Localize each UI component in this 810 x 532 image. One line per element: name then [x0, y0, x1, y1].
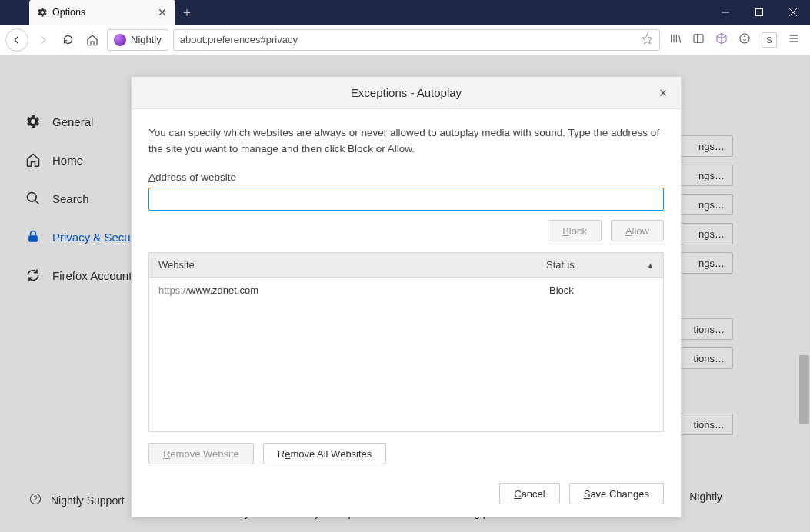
col-status[interactable]: Status ▲ [540, 259, 663, 271]
profile-button[interactable]: S [762, 32, 777, 48]
category-label: Search [52, 192, 89, 205]
svg-rect-13 [28, 235, 38, 241]
sync-icon [25, 267, 42, 284]
gear-icon [25, 113, 42, 130]
window-close-button[interactable] [776, 0, 810, 25]
support-label: Nightly Support [51, 494, 125, 507]
titlebar: Options ✕ ＋ [0, 0, 810, 25]
svg-point-11 [28, 193, 37, 202]
category-label: General [52, 115, 93, 128]
sidebar-toggle-icon[interactable] [692, 32, 705, 48]
star-icon[interactable] [642, 33, 653, 47]
notification-icon[interactable] [738, 32, 751, 48]
library-icon[interactable] [669, 32, 682, 48]
url-text: about:preferences#privacy [180, 34, 635, 45]
svg-line-12 [35, 201, 39, 204]
svg-rect-1 [756, 9, 763, 16]
menu-icon[interactable] [788, 32, 800, 48]
window-maximize-button[interactable] [742, 0, 776, 25]
identity-label: Nightly [131, 34, 162, 45]
close-icon[interactable]: ✕ [157, 7, 168, 18]
urlbar[interactable]: about:preferences#privacy [173, 29, 660, 51]
exceptions-table: Website Status ▲ https://www.zdnet.com B… [148, 252, 664, 432]
col-website[interactable]: Website [149, 259, 540, 271]
search-icon [25, 190, 42, 207]
cell-status: Block [540, 284, 663, 296]
home-icon [25, 151, 42, 168]
new-tab-button[interactable]: ＋ [175, 0, 198, 25]
support-link[interactable]: Nightly Support [29, 493, 125, 507]
tab-options[interactable]: Options ✕ [29, 0, 175, 25]
category-label: Home [52, 154, 83, 167]
forward-button[interactable] [33, 30, 53, 50]
preferences-page: General Home Search Privacy & Security F… [0, 55, 810, 532]
block-button[interactable]: Block [548, 220, 602, 241]
svg-point-6 [740, 34, 749, 43]
dialog-description: You can specify which websites are alway… [148, 125, 664, 158]
dialog-header: Exceptions - Autoplay × [132, 77, 681, 109]
cell-website: https://www.zdnet.com [149, 284, 540, 296]
save-changes-button[interactable]: Save Changes [569, 483, 664, 504]
back-button[interactable] [5, 28, 28, 52]
cube-icon[interactable] [715, 32, 728, 48]
svg-point-7 [744, 35, 745, 37]
toolbar-buttons: S [665, 32, 805, 48]
close-icon[interactable]: × [655, 85, 672, 101]
scrollbar-thumb[interactable] [799, 355, 809, 424]
category-label: Firefox Account [52, 269, 132, 282]
identity-box[interactable]: Nightly [107, 29, 168, 51]
table-header: Website Status ▲ [149, 253, 663, 278]
sort-indicator-icon: ▲ [647, 261, 654, 269]
cancel-button[interactable]: Cancel [499, 483, 559, 504]
remove-website-button[interactable]: Remove Website [148, 443, 254, 464]
gear-icon [37, 7, 48, 18]
allow-button[interactable]: Allow [611, 220, 664, 241]
address-label: Address of website [148, 171, 664, 183]
lock-icon [25, 228, 42, 245]
svg-rect-4 [694, 34, 703, 42]
exceptions-autoplay-dialog: Exceptions - Autoplay × You can specify … [131, 76, 682, 517]
address-input[interactable] [148, 188, 664, 211]
reload-button[interactable] [58, 30, 78, 50]
dialog-title: Exceptions - Autoplay [351, 86, 462, 99]
window-minimize-button[interactable] [708, 0, 742, 25]
home-button[interactable] [82, 30, 102, 50]
table-row[interactable]: https://www.zdnet.com Block [149, 278, 663, 302]
nightly-icon [114, 34, 126, 46]
tab-title: Options [52, 7, 152, 18]
tabstrip: Options ✕ ＋ [0, 0, 198, 25]
remove-all-websites-button[interactable]: Remove All Websites [263, 443, 387, 464]
help-icon [29, 493, 42, 507]
